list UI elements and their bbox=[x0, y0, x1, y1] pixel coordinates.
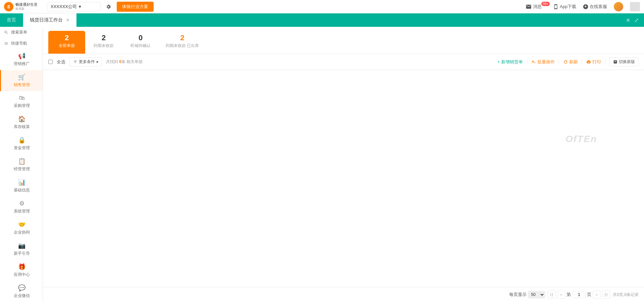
sidebar-label-purchase: 采购管理 bbox=[14, 103, 30, 109]
tab-close-icon[interactable]: ✕ bbox=[66, 18, 69, 22]
chevron-down-icon: ▾ bbox=[79, 4, 81, 9]
divider2 bbox=[559, 59, 559, 65]
sales-icon: 🛒 bbox=[18, 73, 25, 81]
app-center-icon: 🎁 bbox=[18, 263, 25, 270]
guide-icon: 📷 bbox=[18, 242, 25, 249]
sidebar-item-purchase[interactable]: 🛍 采购管理 bbox=[0, 91, 43, 112]
print-button[interactable]: 打印 bbox=[586, 59, 601, 65]
stat-label-overdue: 到期未收款 bbox=[94, 43, 114, 49]
finance-icon: 🔒 bbox=[18, 136, 25, 144]
sidebar-label-marketing: 营销推广 bbox=[14, 61, 30, 67]
first-page-button[interactable]: ⟨⟨ bbox=[548, 291, 556, 299]
logo-area: 6 畅捷通好生意 标准版 bbox=[4, 2, 47, 11]
logo-icon: 6 bbox=[4, 2, 13, 11]
last-page-button[interactable]: ⟩⟩ bbox=[602, 291, 610, 299]
table-area: OfTEn bbox=[43, 70, 644, 287]
select-all-checkbox[interactable] bbox=[48, 60, 53, 64]
message-button[interactable]: 消息 99+ bbox=[526, 4, 546, 10]
sidebar-label-guide: 新手引导 bbox=[14, 251, 30, 256]
company-selector[interactable]: XXXXXX公司 ▾ bbox=[47, 2, 101, 11]
stat-tab-all[interactable]: 2 全部单据 bbox=[48, 31, 85, 54]
sidebar: 搜索菜单 快捷导航 📢 营销推广 🛒 销售管理 🛍 采购管理 🏠 库存核算 🔒 … bbox=[0, 27, 43, 302]
watermark-text: OfTEn bbox=[566, 134, 597, 144]
page-size-label: 每页显示 bbox=[509, 292, 527, 298]
trial-button[interactable]: 体验行业方案 bbox=[117, 2, 154, 12]
avatar[interactable] bbox=[614, 2, 623, 11]
sidebar-item-sales[interactable]: 🛒 销售管理 bbox=[0, 70, 43, 91]
online-service-button[interactable]: 在线客服 bbox=[583, 4, 607, 10]
main-layout: 搜索菜单 快捷导航 📢 营销推广 🛒 销售管理 🛍 采购管理 🏠 库存核算 🔒 … bbox=[0, 27, 644, 302]
system-icon: ⚙ bbox=[19, 200, 24, 207]
switch-version-button[interactable]: 切换新版 bbox=[609, 57, 639, 66]
enterprise-icon: 🤝 bbox=[18, 221, 25, 228]
divider bbox=[527, 59, 527, 65]
select-all-label: 全选 bbox=[57, 59, 65, 65]
sidebar-label-operations: 经营管理 bbox=[14, 166, 30, 172]
minimize-icon[interactable]: ✕ bbox=[358, 17, 630, 23]
total-info: 共0页,0条记录 bbox=[613, 292, 639, 298]
sidebar-item-enterprise[interactable]: 🤝 企业协同 bbox=[0, 218, 43, 239]
stat-label-pending: 旺铺待确认 bbox=[130, 43, 151, 49]
settings-button[interactable] bbox=[103, 2, 113, 12]
sidebar-item-system[interactable]: ⚙ 系统管理 bbox=[0, 196, 43, 218]
nav-tabs: 首页 钱货日清工作台 ✕ ✕ ⤢ bbox=[0, 13, 644, 27]
logo-line2: 标准版 bbox=[15, 7, 38, 11]
app-download-button[interactable]: App下载 bbox=[553, 4, 576, 10]
nav-tab-actions: ✕ ⤢ bbox=[358, 17, 644, 23]
content-area: 2 全部单据 2 到期未收款 0 旺铺待确认 2 到期未收款 已出库 全选 更多… bbox=[43, 27, 644, 302]
toolbar-right: + 新增销货单 批量操作 刷新 打印 bbox=[497, 57, 639, 66]
purchase-icon: 🛍 bbox=[19, 95, 25, 102]
prev-page-button[interactable]: ＜ bbox=[557, 291, 565, 299]
tab-workbench[interactable]: 钱货日清工作台 ✕ bbox=[23, 13, 76, 27]
inventory-icon: 🏠 bbox=[18, 115, 25, 123]
sidebar-label-app-center: 应用中心 bbox=[14, 272, 30, 278]
sidebar-item-app-center[interactable]: 🎁 应用中心 bbox=[0, 260, 43, 281]
page-label: 第 bbox=[567, 292, 571, 298]
company-name: XXXXXX公司 bbox=[51, 4, 77, 10]
quick-nav-button[interactable]: 快捷导航 bbox=[0, 38, 43, 49]
stat-number-shipped: 2 bbox=[180, 34, 184, 42]
maximize-icon[interactable]: ⤢ bbox=[634, 17, 639, 23]
basic-info-icon: 📊 bbox=[18, 179, 25, 186]
search-menu-button[interactable]: 搜索菜单 bbox=[0, 27, 43, 38]
pagination: 每页显示 50 100 200 ⟨⟨ ＜ 第 页 ＞ ⟩⟩ 共0页,0条记录 bbox=[43, 287, 644, 302]
message-label: 消息 bbox=[533, 4, 542, 10]
page-navigation: ⟨⟨ ＜ 第 页 ＞ ⟩⟩ bbox=[548, 291, 610, 299]
sidebar-item-inventory[interactable]: 🏠 库存核算 bbox=[0, 112, 43, 133]
sidebar-label-basic-info: 基础信息 bbox=[14, 187, 30, 193]
filter-button[interactable]: 更多条件 ▾ bbox=[69, 57, 102, 66]
next-page-button[interactable]: ＞ bbox=[593, 291, 601, 299]
sidebar-item-basic-info[interactable]: 📊 基础信息 bbox=[0, 175, 43, 196]
quick-nav-label: 快捷导航 bbox=[11, 41, 27, 46]
page-size-selector: 每页显示 50 100 200 bbox=[509, 291, 545, 298]
sidebar-item-operations[interactable]: 📋 经营管理 bbox=[0, 154, 43, 175]
operations-icon: 📋 bbox=[18, 158, 25, 165]
sidebar-item-guide[interactable]: 📷 新手引导 bbox=[0, 239, 43, 260]
divider3 bbox=[582, 59, 582, 65]
add-sales-order-button[interactable]: + 新增销货单 bbox=[497, 59, 523, 65]
stat-tab-shipped[interactable]: 2 到期未收款 已出库 bbox=[159, 31, 206, 54]
page-unit: 页 bbox=[587, 292, 591, 298]
refresh-button[interactable]: 刷新 bbox=[563, 59, 578, 65]
page-size-select[interactable]: 50 100 200 bbox=[528, 291, 545, 298]
user-menu[interactable] bbox=[630, 2, 640, 11]
stat-tab-overdue[interactable]: 2 到期未收款 bbox=[85, 31, 122, 54]
tab-home[interactable]: 首页 bbox=[0, 13, 23, 27]
sidebar-item-wechat[interactable]: 💬 企业微信 bbox=[0, 281, 43, 302]
sidebar-label-inventory: 库存核算 bbox=[14, 124, 30, 130]
page-number-input[interactable] bbox=[572, 291, 586, 298]
divider4 bbox=[605, 59, 605, 65]
sidebar-item-finance[interactable]: 🔒 资金管理 bbox=[0, 133, 43, 154]
batch-operation-button[interactable]: 批量操作 bbox=[531, 59, 555, 65]
stat-number-all: 2 bbox=[65, 34, 69, 42]
filter-label: 更多条件 bbox=[79, 59, 95, 65]
top-header: 6 畅捷通好生意 标准版 XXXXXX公司 ▾ 体验行业方案 消息 99+ Ap… bbox=[0, 0, 644, 13]
message-badge: 99+ bbox=[541, 2, 550, 6]
sidebar-label-finance: 资金管理 bbox=[14, 145, 30, 151]
online-service-label: 在线客服 bbox=[590, 4, 607, 10]
toolbar: 全选 更多条件 ▾ 共找到 0条 相关单据 + 新增销货单 批量操作 bbox=[43, 54, 644, 70]
sidebar-label-system: 系统管理 bbox=[14, 208, 30, 214]
stat-tab-pending[interactable]: 0 旺铺待确认 bbox=[122, 31, 159, 54]
sidebar-item-marketing[interactable]: 📢 营销推广 bbox=[0, 49, 43, 70]
found-text: 共找到 0条 相关单据 bbox=[106, 59, 143, 65]
